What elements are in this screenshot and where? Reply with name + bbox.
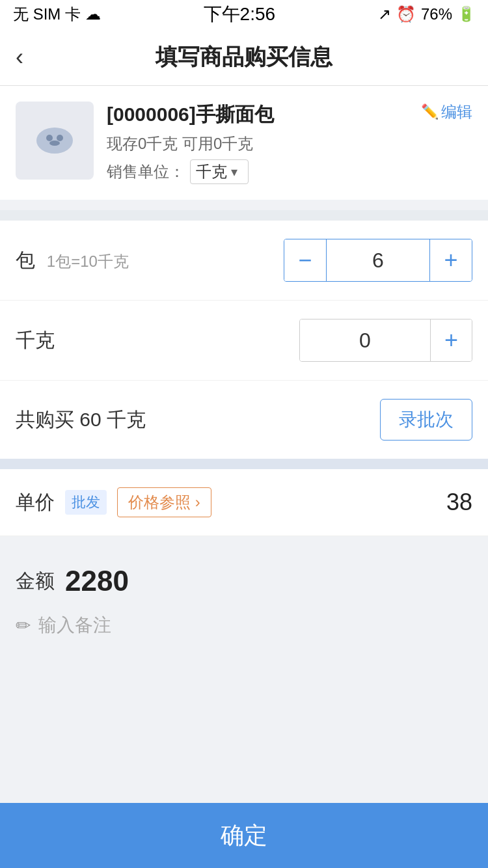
battery-label: 76% — [421, 5, 452, 23]
product-unit-row: 销售单位： 千克 ▾ — [107, 159, 472, 184]
page-title: 填写商品购买信息 — [156, 42, 332, 72]
svg-point-1 — [46, 135, 53, 141]
section-divider-2 — [0, 459, 488, 469]
product-info: [0000006]手撕面包 现存0千克 可用0千克 销售单位： 千克 ▾ — [107, 102, 472, 184]
qty-label-bao: 包 1包=10千克 — [16, 247, 129, 274]
alarm-icon: ⏰ — [396, 5, 416, 23]
unit-label: 销售单位： — [107, 161, 185, 182]
svg-point-2 — [57, 135, 63, 141]
qty-control-bao: − + — [284, 239, 472, 282]
product-stock: 现存0千克 可用0千克 — [107, 133, 472, 154]
svg-point-3 — [49, 141, 60, 146]
amount-row: 金额 2280 — [16, 565, 472, 597]
sim-label: 无 SIM 卡 ☁ — [13, 4, 101, 25]
edit-icon: ✏️ — [421, 103, 439, 120]
qty-input-bao[interactable] — [326, 239, 430, 281]
total-text: 共购买 60 千克 — [16, 407, 146, 433]
quantity-section: 包 1包=10千克 − + 千克 + — [0, 221, 488, 381]
qty-plus-kg[interactable]: + — [430, 319, 472, 361]
qty-hint-bao: 1包=10千克 — [47, 252, 129, 270]
unit-select[interactable]: 千克 ▾ — [190, 159, 249, 184]
amount-label: 金额 — [16, 568, 55, 595]
batch-button[interactable]: 录批次 — [380, 399, 472, 441]
product-name: [0000006]手撕面包 — [107, 102, 472, 128]
total-row: 共购买 60 千克 录批次 — [0, 381, 488, 459]
qty-plus-bao[interactable]: + — [430, 239, 472, 281]
edit-button[interactable]: ✏️ 编辑 — [421, 102, 472, 122]
status-left: 无 SIM 卡 ☁ — [13, 4, 101, 25]
nav-bar: ‹ 填写商品购买信息 — [0, 29, 488, 86]
status-right: ↗ ⏰ 76% 🔋 — [378, 5, 475, 23]
back-button[interactable]: ‹ — [16, 44, 23, 71]
section-divider-1 — [0, 210, 488, 221]
confirm-button-label: 确定 — [221, 820, 267, 852]
status-time: 下午2:56 — [204, 2, 276, 27]
status-bar: 无 SIM 卡 ☁ 下午2:56 ↗ ⏰ 76% 🔋 — [0, 0, 488, 29]
qty-input-kg[interactable] — [300, 319, 430, 361]
chevron-down-icon: ▾ — [231, 164, 237, 180]
qty-label-kg: 千克 — [16, 327, 55, 354]
confirm-bar[interactable]: 确定 — [0, 803, 488, 868]
remark-placeholder: 输入备注 — [38, 613, 111, 638]
amount-value: 2280 — [65, 565, 129, 597]
price-ref-button[interactable]: 价格参照 › — [117, 487, 211, 517]
product-section: [0000006]手撕面包 现存0千克 可用0千克 销售单位： 千克 ▾ ✏️ … — [0, 86, 488, 200]
quantity-row-bao: 包 1包=10千克 − + — [0, 221, 488, 301]
price-value: 38 — [446, 489, 472, 516]
quantity-row-kg: 千克 + — [0, 301, 488, 381]
amount-section: 金额 2280 ✏ 输入备注 — [0, 547, 488, 648]
battery-icon: 🔋 — [457, 6, 475, 23]
location-icon: ↗ — [378, 5, 391, 23]
qty-control-kg: + — [299, 319, 472, 362]
product-logo-icon — [35, 121, 74, 160]
remark-row[interactable]: ✏ 输入备注 — [16, 613, 472, 648]
pencil-icon: ✏ — [16, 615, 31, 636]
product-image — [16, 102, 94, 180]
price-label: 单价 — [16, 489, 55, 516]
qty-minus-bao[interactable]: − — [284, 239, 326, 281]
price-section: 单价 批发 价格参照 › 38 — [0, 469, 488, 536]
price-badge: 批发 — [65, 490, 107, 515]
